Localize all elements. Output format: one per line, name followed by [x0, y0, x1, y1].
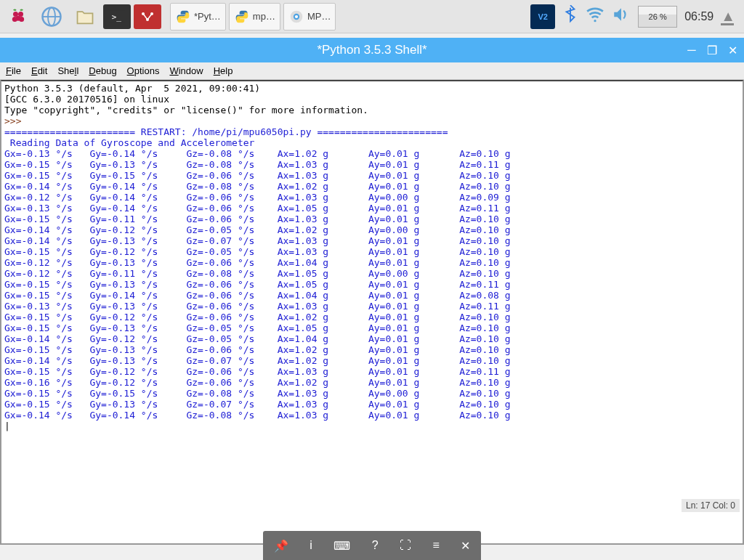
- taskbar-tile-python-shell[interactable]: *Pyt…: [170, 3, 226, 31]
- titlebar[interactable]: *Python 3.5.3 Shell* ─ ❐ ✕: [0, 38, 744, 62]
- info-icon[interactable]: i: [310, 539, 312, 552]
- menu-help[interactable]: Help: [214, 65, 233, 76]
- wifi-icon[interactable]: [586, 7, 604, 27]
- minimize-button[interactable]: ─: [684, 44, 699, 57]
- svg-text:>_: >_: [112, 12, 122, 21]
- menu-window[interactable]: Window: [169, 65, 203, 76]
- vnc-float-toolbar[interactable]: 📌 i ⌨ ? ⛶ ≡ ✕: [263, 531, 481, 560]
- python-icon: [234, 9, 250, 25]
- taskbar-tile-python-editor[interactable]: mp…: [229, 3, 280, 31]
- python-shell-window: *Python 3.5.3 Shell* ─ ❐ ✕ File Edit She…: [0, 38, 744, 545]
- eject-icon[interactable]: ▲: [721, 8, 735, 25]
- node-red-icon[interactable]: [134, 4, 161, 29]
- status-bar: Ln: 17 Col: 0: [682, 499, 740, 512]
- bluetooth-icon[interactable]: [562, 5, 578, 28]
- taskbar-tile-label: mp…: [253, 11, 275, 22]
- svg-point-16: [295, 15, 298, 17]
- svg-point-17: [594, 20, 597, 22]
- menu-options[interactable]: Options: [127, 65, 160, 76]
- svg-point-1: [18, 12, 23, 17]
- window-title: *Python 3.5.3 Shell*: [317, 43, 426, 57]
- terminal-icon[interactable]: >_: [103, 4, 131, 29]
- taskbar-tile-label: MP…: [307, 11, 331, 22]
- fullscreen-icon[interactable]: ⛶: [400, 539, 411, 552]
- cpu-usage-graph[interactable]: 26 %: [638, 6, 677, 28]
- menu-shell[interactable]: Shell: [57, 65, 78, 76]
- file-manager-icon[interactable]: [70, 1, 100, 32]
- maximize-button[interactable]: ❐: [705, 44, 719, 57]
- vnc-icon[interactable]: V2: [530, 4, 555, 29]
- close-button[interactable]: ✕: [725, 44, 740, 57]
- menubar: File Edit Shell Debug Options Window Hel…: [0, 62, 744, 80]
- settings-icon[interactable]: ≡: [432, 539, 439, 552]
- keyboard-icon[interactable]: ⌨: [333, 539, 350, 553]
- svg-point-0: [13, 12, 18, 17]
- chromium-icon: [288, 9, 304, 25]
- volume-icon[interactable]: [612, 7, 631, 27]
- browser-icon[interactable]: [36, 1, 67, 32]
- close-toolbar-icon[interactable]: ✕: [461, 539, 470, 553]
- taskbar-tile-label: *Pyt…: [194, 11, 221, 22]
- menu-edit[interactable]: Edit: [31, 65, 47, 76]
- svg-rect-10: [139, 9, 156, 24]
- svg-point-3: [12, 17, 17, 22]
- python-icon: [175, 9, 191, 25]
- shell-output-area[interactable]: Python 3.5.3 (default, Apr 5 2021, 09:00…: [0, 80, 744, 545]
- clock[interactable]: 06:59: [684, 10, 713, 23]
- pin-icon[interactable]: 📌: [274, 539, 288, 553]
- taskbar: >_ *Pyt… mp… MP… V2 26 % 06:59: [0, 0, 744, 33]
- svg-point-4: [19, 17, 24, 22]
- menu-file[interactable]: File: [6, 65, 21, 76]
- help-icon[interactable]: ?: [372, 539, 379, 552]
- menu-raspberry-icon[interactable]: [3, 1, 33, 32]
- taskbar-tile-chromium[interactable]: MP…: [283, 3, 336, 31]
- menu-debug[interactable]: Debug: [89, 65, 116, 76]
